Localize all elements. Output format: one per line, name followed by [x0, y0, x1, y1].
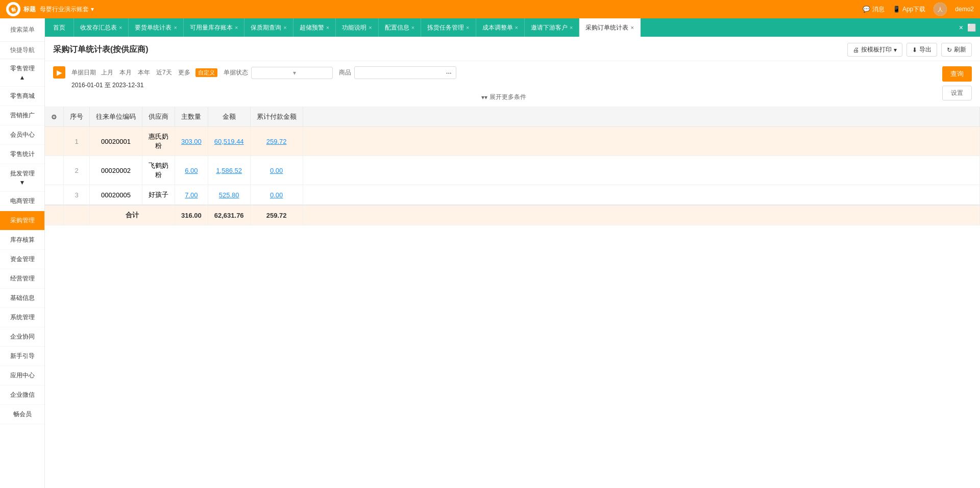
sidebar-item-finance[interactable]: 资金管理	[0, 250, 44, 269]
settings-button[interactable]: 设置	[942, 86, 972, 100]
tab-pick-task[interactable]: 拣货任务管理 ×	[421, 18, 476, 37]
sidebar-item-member[interactable]: 会员中心	[0, 125, 44, 145]
tab-config[interactable]: 配置信息 ×	[379, 18, 421, 37]
message-button[interactable]: 💬 消息	[863, 5, 885, 14]
qty-link[interactable]: 6.00	[185, 167, 198, 174]
shortcut-last-month[interactable]: 上月	[99, 67, 115, 78]
goods-input[interactable]	[359, 69, 444, 76]
tab-invite[interactable]: 邀请下游客户 ×	[525, 18, 579, 37]
sidebar-item-new-guide[interactable]: 新手引导	[0, 347, 44, 366]
tab-collect-pay[interactable]: 收发存汇总表 ×	[74, 18, 129, 37]
td-seq: 1	[64, 127, 90, 156]
shortcut-7days[interactable]: 近7天	[154, 67, 174, 78]
filter-left: 单据日期 上月 本月 本年 近7天 更多 自定义	[71, 66, 936, 101]
filter-actions: 查询 设置	[942, 66, 972, 100]
amount-link[interactable]: 60,519.44	[214, 138, 244, 145]
tab-purchase-stats[interactable]: 采购订单统计表 ×	[579, 18, 640, 37]
query-button[interactable]: 查询	[942, 66, 972, 82]
page-header-actions: 🖨 按模板打印 ▾ ⬇ 导出 ↻ 刷新	[847, 43, 972, 57]
sidebar-item-vip[interactable]: 畅会员	[0, 405, 44, 424]
sidebar-item-ops[interactable]: 经营管理	[0, 269, 44, 289]
sidebar-item-basic[interactable]: 基础信息	[0, 289, 44, 308]
sidebar-item-enterprise-wechat[interactable]: 企业微信	[0, 386, 44, 405]
tab-close-icon[interactable]: ×	[326, 24, 329, 31]
app-download-button[interactable]: 📱 App下载	[893, 5, 925, 14]
th-supplier: 供应商	[142, 107, 175, 127]
sidebar-item-enterprise-collab[interactable]: 企业协同	[0, 327, 44, 347]
status-filter-group: 单据状态 ▾	[224, 67, 333, 79]
tab-close-icon[interactable]: ×	[174, 24, 177, 31]
amount-link[interactable]: 1,586.52	[216, 167, 242, 174]
quick-nav-button[interactable]: 快捷导航	[0, 42, 44, 59]
tab-close-icon[interactable]: ×	[283, 24, 286, 31]
tab-overstock[interactable]: 超储预警 ×	[293, 18, 336, 37]
username-label[interactable]: demo2	[955, 6, 974, 13]
tab-close-icon[interactable]: ×	[630, 24, 633, 31]
paid-link[interactable]: 0.00	[270, 191, 283, 199]
th-settings[interactable]: ⚙	[45, 107, 64, 127]
tab-close-icon[interactable]: ×	[411, 24, 414, 31]
filter-toggle-button[interactable]: ▶	[53, 66, 65, 79]
tab-close-icon[interactable]: ×	[466, 24, 469, 31]
sidebar-item-retail-mgmt[interactable]: 零售管理 ▲	[0, 59, 44, 87]
tab-close-icon[interactable]: ×	[570, 24, 573, 31]
shortcut-this-month[interactable]: 本月	[117, 67, 134, 78]
footer-paid: 259.72	[250, 205, 303, 225]
chevron-down-icon: ▾▾	[481, 94, 487, 101]
tab-home[interactable]: 首页	[45, 18, 74, 37]
chevron-down-icon: ▾	[293, 69, 328, 76]
sidebar-item-retail-mall[interactable]: 零售商城	[0, 87, 44, 106]
paid-link[interactable]: 259.72	[266, 138, 287, 145]
sidebar-item-ecommerce[interactable]: 电商管理	[0, 192, 44, 211]
sidebar-item-inventory[interactable]: 库存核算	[0, 230, 44, 250]
sidebar-item-sys[interactable]: 系统管理	[0, 308, 44, 327]
sidebar-item-marketing[interactable]: 营销推广	[0, 106, 44, 125]
sidebar-item-wholesale[interactable]: 批发管理 ▼	[0, 164, 44, 192]
qty-link[interactable]: 303.00	[181, 138, 202, 145]
sidebar-item-label: 经营管理	[10, 274, 35, 283]
tab-inventory-ledger[interactable]: 可用量库存账本 ×	[184, 18, 244, 37]
avatar[interactable]: 人	[934, 3, 947, 16]
td-extra	[303, 156, 979, 185]
sidebar-item-purchase[interactable]: 采购管理	[0, 211, 44, 230]
status-select[interactable]: ▾	[251, 67, 333, 79]
tab-close-icon[interactable]: ×	[235, 24, 238, 31]
refresh-icon: ↻	[947, 46, 952, 54]
expand-more-button[interactable]: ▾▾ 展开更多条件	[481, 93, 526, 101]
tab-cost-adjust[interactable]: 成本调整单 ×	[476, 18, 525, 37]
th-paid: 累计付款金额	[250, 107, 303, 127]
sidebar-item-label: 系统管理	[10, 313, 35, 322]
refresh-button[interactable]: ↻ 刷新	[941, 43, 972, 57]
td-supplier: 惠氏奶粉	[142, 127, 175, 156]
tab-expiry[interactable]: 保质期查询 ×	[244, 18, 293, 37]
paid-link[interactable]: 0.00	[270, 167, 283, 174]
chevron-down-icon: ▲	[19, 74, 26, 81]
amount-link[interactable]: 525.80	[219, 191, 239, 199]
workspace-selector[interactable]: 母婴行业演示账套 ▾	[40, 5, 94, 14]
footer-amount: 62,631.76	[208, 205, 250, 225]
sidebar-item-retail-stats[interactable]: 零售统计	[0, 145, 44, 164]
tab-goods-stats[interactable]: 要货单统计表 ×	[129, 18, 183, 37]
td-qty: 6.00	[175, 156, 208, 185]
tab-close-icon[interactable]: ×	[119, 24, 122, 31]
more-icon[interactable]: ···	[446, 69, 452, 76]
sidebar-item-label: 电商管理	[10, 197, 35, 206]
goods-input-container: ···	[354, 66, 456, 79]
close-all-tabs-button[interactable]: ×	[959, 23, 963, 32]
qty-link[interactable]: 7.00	[185, 191, 198, 199]
tab-func-desc[interactable]: 功能说明 ×	[336, 18, 378, 37]
shortcut-this-year[interactable]: 本年	[136, 67, 152, 78]
maximize-button[interactable]: ⬜	[967, 23, 976, 32]
sidebar-item-app-center[interactable]: 应用中心	[0, 366, 44, 386]
table-row: 2 00020002 飞鹤奶粉 6.00 1,586.52 0.00	[45, 156, 980, 185]
search-menu-button[interactable]: 搜索菜单	[3, 23, 41, 36]
tab-close-icon[interactable]: ×	[369, 24, 372, 31]
export-button[interactable]: ⬇ 导出	[906, 43, 937, 57]
sidebar: 搜索菜单 快捷导航 零售管理 ▲ 零售商城 营销推广 会员中心 零售统计 批发管…	[0, 18, 45, 488]
date-range-display: 2016-01-01 至 2023-12-31	[71, 81, 936, 90]
template-print-button[interactable]: 🖨 按模板打印 ▾	[847, 43, 902, 57]
th-seq: 序号	[64, 107, 90, 127]
tab-label: 功能说明	[342, 23, 366, 32]
shortcut-more[interactable]: 更多	[176, 67, 192, 78]
tab-close-icon[interactable]: ×	[515, 24, 518, 31]
